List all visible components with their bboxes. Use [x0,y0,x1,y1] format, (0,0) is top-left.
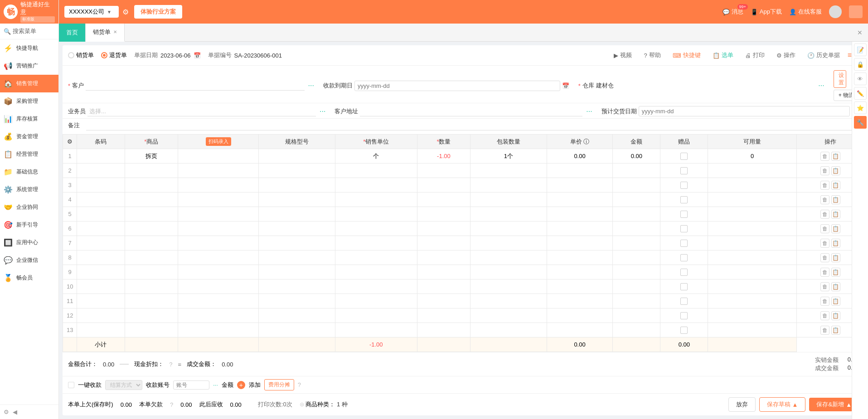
warehouse-select-icon[interactable]: ··· [818,82,824,90]
select-btn[interactable]: 📋 选单 [708,49,737,62]
expense-split-button[interactable]: 费用分摊 [264,379,294,390]
delete-btn-10[interactable]: 🗑 [820,282,829,291]
customer-addr-icon[interactable]: ··· [586,107,592,116]
cell-price-1[interactable]: 0.00 [547,149,613,164]
salesperson-select-icon[interactable]: ··· [320,107,325,116]
delete-btn-4[interactable]: 🗑 [820,195,829,204]
online-service-button[interactable]: 👤 在线客服 [789,8,822,16]
notes-input[interactable] [86,120,859,130]
copy-btn-13[interactable]: 📋 [831,326,840,335]
copy-btn-6[interactable]: 📋 [831,224,840,233]
calendar-icon[interactable]: 📅 [194,52,201,59]
sidebar-item-sales[interactable]: 🏠 销售管理 [0,75,58,92]
save-draft-button[interactable]: 保存草稿 ▲ [759,397,806,412]
trial-button[interactable]: 体验行业方案 [134,5,182,19]
copy-btn-1[interactable]: 📋 [831,152,840,161]
right-panel-icon-3[interactable]: 👁 [854,72,867,85]
account-input[interactable] [173,380,209,390]
tab-home[interactable]: 首页 [59,24,86,42]
sidebar-item-guide[interactable]: 🎯 新手引导 [0,216,58,234]
tab-close-icon[interactable]: ✕ [113,29,117,34]
cell-gift-1[interactable] [660,149,708,164]
add-button[interactable]: + [237,381,245,389]
print-btn[interactable]: 🖨 打印 [741,49,769,62]
sidebar-item-inventory[interactable]: 📊 库存核算 [0,110,58,128]
discard-button[interactable]: 放弃 [728,397,756,412]
copy-btn-9[interactable]: 📋 [831,268,840,277]
copy-btn-2[interactable]: 📋 [831,166,840,175]
scan-button[interactable]: 扫码录入 [206,137,231,146]
history-btn[interactable]: 🕐 历史单据 [803,49,844,62]
delete-btn-3[interactable]: 🗑 [820,181,829,190]
cell-qty-1[interactable]: -1.00 [417,149,470,164]
messages-button[interactable]: 💬 消息 99+ [723,8,743,16]
copy-btn-11[interactable]: 📋 [831,297,840,306]
close-all-icon[interactable]: ✕ [857,29,863,36]
right-panel-icon-4[interactable]: ✏️ [854,87,867,100]
sidebar-item-marketing[interactable]: 📢 营销推广 [0,57,58,75]
collapse-icon[interactable]: ◀ [13,409,17,415]
radio-return-order[interactable]: 退货单 [101,51,127,59]
copy-btn-3[interactable]: 📋 [831,181,840,190]
due-date-input[interactable] [354,81,560,91]
sidebar-item-system[interactable]: ⚙️ 系统管理 [0,181,58,198]
customer-select-icon[interactable]: ··· [308,82,314,90]
salesperson-input[interactable] [87,106,316,116]
copy-btn-12[interactable]: 📋 [831,311,840,320]
copy-btn-4[interactable]: 📋 [831,195,840,204]
sidebar-item-app-center[interactable]: 🔲 应用中心 [0,234,58,251]
avatar[interactable] [829,5,842,18]
settle-method-select[interactable]: 结算方式 [105,380,142,390]
delete-btn-7[interactable]: 🗑 [820,239,829,248]
sidebar-item-purchase[interactable]: 📦 采购管理 [0,92,58,110]
customer-input[interactable] [86,81,304,91]
company-selector[interactable]: XXXXXX公司 ▼ [64,6,119,18]
one-click-pay-checkbox[interactable] [68,382,74,388]
settings-icon[interactable]: ⚙ [122,8,129,16]
right-panel-icon-5[interactable]: ⭐ [854,101,867,114]
delete-btn-2[interactable]: 🗑 [820,166,829,175]
shortcut-btn[interactable]: ⌨ 快捷键 [669,49,705,62]
sidebar-item-quick-nav[interactable]: ⚡ 快捷导航 [0,39,58,57]
sidebar-item-enterprise[interactable]: 🤝 企业协同 [0,198,58,216]
due-date-calendar-icon[interactable]: 📅 [562,82,569,89]
sidebar-item-operations[interactable]: 📋 经营管理 [0,145,58,163]
user-info[interactable] [849,5,863,18]
sidebar-item-wechat[interactable]: 💬 企业微信 [0,251,58,269]
th-settings[interactable]: ⚙ [63,135,77,149]
app-download-button[interactable]: 📱 App下载 [751,8,782,16]
delete-btn-12[interactable]: 🗑 [820,311,829,320]
tab-sales-order[interactable]: 销货单 ✕ [86,24,125,42]
copy-btn-7[interactable]: 📋 [831,239,840,248]
radio-sales-order[interactable]: 销货单 [68,51,94,59]
video-btn[interactable]: ▶ 视频 [610,49,636,62]
delete-btn-13[interactable]: 🗑 [820,326,829,335]
delete-btn-8[interactable]: 🗑 [820,253,829,262]
help-btn[interactable]: ? 帮助 [640,49,664,62]
gear-icon[interactable]: ⚙ [4,409,9,415]
sidebar-item-member[interactable]: 🏅 畅会员 [0,269,58,287]
customer-addr-input[interactable] [360,106,582,116]
copy-btn-5[interactable]: 📋 [831,210,840,219]
copy-btn-8[interactable]: 📋 [831,253,840,262]
copy-btn-10[interactable]: 📋 [831,282,840,291]
delete-btn-9[interactable]: 🗑 [820,268,829,277]
th-scan-btn[interactable]: 扫码录入 [178,135,258,149]
right-panel-icon-6[interactable]: 🔧 [854,116,867,129]
dots-icon[interactable]: ··· [213,381,218,388]
search-menu[interactable]: 🔍 搜索菜单 [0,24,58,39]
delete-btn-11[interactable]: 🗑 [820,297,829,306]
operation-btn[interactable]: ⚙ 操作 [772,49,800,62]
delivery-date-input[interactable] [639,106,850,116]
sidebar-item-finance[interactable]: 💰 资金管理 [0,128,58,145]
delete-btn-1[interactable]: 🗑 [820,152,829,161]
right-panel-icon-1[interactable]: 📝 [854,43,867,56]
right-panel-icon-2[interactable]: 🔒 [854,58,867,71]
delete-btn-6[interactable]: 🗑 [820,224,829,233]
cell-spec-1[interactable] [259,149,335,164]
list-view-icon[interactable]: ≡ [848,51,852,59]
sidebar-item-basic-info[interactable]: 📁 基础信息 [0,163,58,181]
delete-btn-5[interactable]: 🗑 [820,210,829,219]
cell-barcode-1[interactable] [77,149,125,164]
setup-button[interactable]: 设置 [834,70,846,88]
